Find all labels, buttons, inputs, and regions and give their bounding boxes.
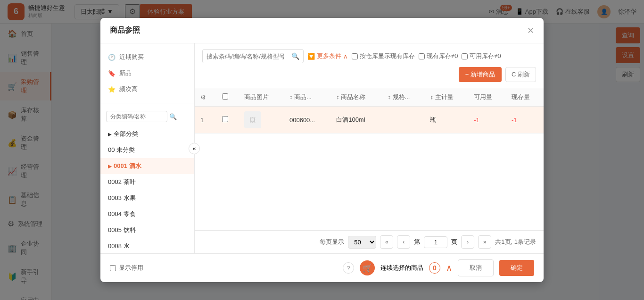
first-page-button[interactable]: « [380,235,393,249]
checkbox-usable[interactable]: 可用库存≠0 [462,52,501,60]
row-unit: 瓶 [424,107,468,133]
new-icon: 🔖 [108,70,116,77]
checkbox-warehouse[interactable]: 按仓库显示现有库存 [352,52,415,60]
row-num: 1 [195,107,216,133]
category-search: 🔍 [100,107,194,126]
filter-icon: 🔽 [307,53,315,60]
modal-header: 商品参照 ✕ [100,18,544,43]
frequent-icon: ⭐ [108,86,116,93]
cancel-button[interactable]: 取消 [458,259,494,276]
table-row[interactable]: 1 🖼 000600... 白酒100ml 瓶 [195,107,544,133]
modal-footer: 显示停用 ? 🛒 连续选择的商品 0 ∧ 取消 确定 [100,253,544,282]
page-size-label: 每页显示 [320,238,344,246]
collapse-arrow[interactable]: ∧ [446,263,452,273]
modal-left-nav: 🕐 近期购买 🔖 新品 ⭐ 频次高 [100,49,194,103]
category-list: ▶ 全部分类 00 未分类 ▶ 0001 酒水 0002 茶叶 0003 水果 [100,126,194,248]
category-uncategorized[interactable]: 00 未分类 [100,142,194,158]
nav-item-frequent[interactable]: ⭐ 频次高 [100,81,194,97]
table-header-row: ⚙ 商品图片 ↕ 商品... ↕ 商品名称 ↕ 规格.. [195,88,544,107]
select-all-checkbox[interactable] [222,93,228,100]
available-checkbox[interactable] [419,53,425,59]
category-all[interactable]: ▶ 全部分类 [100,126,194,142]
col-settings[interactable]: ⚙ [195,88,216,107]
refresh-button[interactable]: C 刷新 [505,67,536,82]
modal-right-panel: 🔍 🔽 更多条件 ∧ 按仓库显示现有库存 现有库存≠0 [195,43,544,253]
modal-toolbar: 🔍 🔽 更多条件 ∧ 按仓库显示现有库存 现有库存≠0 [195,43,544,88]
page-size-select[interactable]: 50 10 20 100 [348,236,376,249]
category-snack[interactable]: 0004 零食 [100,206,194,222]
collapse-button[interactable]: « [189,143,200,154]
cart-count: 0 [429,262,440,274]
row-checkbox[interactable] [216,107,239,133]
page-input[interactable] [424,236,447,248]
usable-checkbox[interactable] [462,53,468,59]
show-disabled-checkbox[interactable]: 显示停用 [110,264,143,272]
row-code: 000600... [284,107,330,133]
warehouse-checkbox[interactable] [352,53,358,59]
search-button[interactable]: 🔍 [288,50,303,63]
col-checkbox [216,88,239,107]
category-search-icon[interactable]: 🔍 [169,113,177,120]
category-liquor[interactable]: ▶ 0001 酒水 [100,158,194,174]
page-info: 共1页, 1条记录 [495,238,536,246]
product-thumbnail: 🖼 [244,111,261,128]
search-box: 🔍 [202,49,304,63]
row-spec [382,107,424,133]
col-image: 商品图片 [239,88,284,107]
last-page-button[interactable]: » [478,235,491,249]
nav-item-recent[interactable]: 🕐 近期购买 [100,49,194,65]
cart-icon[interactable]: 🛒 [360,260,375,275]
row-available: -1 [468,107,506,133]
prev-page-button[interactable]: ‹ [397,235,410,249]
disabled-checkbox[interactable] [110,265,116,271]
modal: 商品参照 ✕ 🕐 近期购买 🔖 新品 ⭐ 频次高 [100,18,544,282]
page-suffix: 页 [451,238,457,246]
col-name[interactable]: ↕ 商品名称 [330,88,382,107]
product-table: ⚙ 商品图片 ↕ 商品... ↕ 商品名称 ↕ 规格.. [195,88,544,230]
col-unit[interactable]: ↕ 主计量 [424,88,468,107]
modal-body: 🕐 近期购买 🔖 新品 ⭐ 频次高 « 🔍 [100,43,544,253]
cart-symbol: 🛒 [363,264,372,273]
category-tea[interactable]: 0002 茶叶 [100,174,194,190]
category-fruit[interactable]: 0003 水果 [100,190,194,206]
confirm-button[interactable]: 确定 [499,260,534,276]
footer-right: ? 🛒 连续选择的商品 0 ∧ 取消 确定 [343,259,534,276]
col-available: 可用量 [468,88,506,107]
modal-left-panel: 🕐 近期购买 🔖 新品 ⭐ 频次高 « 🔍 [100,43,195,253]
col-stock: 现存量 [506,88,544,107]
modal-overlay: 商品参照 ✕ 🕐 近期购买 🔖 新品 ⭐ 频次高 [0,0,644,300]
row-image: 🖼 [239,107,284,133]
next-page-button[interactable]: › [461,235,474,249]
col-spec[interactable]: ↕ 规格... [382,88,424,107]
filter-button[interactable]: 🔽 更多条件 ∧ [307,52,348,60]
category-water[interactable]: 0008 水 [100,238,194,248]
close-button[interactable]: ✕ [527,26,534,35]
category-search-input[interactable] [106,111,167,122]
cart-label: 连续选择的商品 [380,264,423,272]
pagination: 每页显示 50 10 20 100 « ‹ 第 页 › » 共1页, 1条记录 [195,230,544,253]
modal-title: 商品参照 [110,25,140,35]
search-input[interactable] [203,50,288,63]
help-icon[interactable]: ? [343,262,354,274]
col-code[interactable]: ↕ 商品... [284,88,330,107]
recent-icon: 🕐 [108,54,116,61]
row-name: 白酒100ml [330,107,382,133]
add-product-button[interactable]: + 新增商品 [459,67,502,82]
nav-item-new[interactable]: 🔖 新品 [100,65,194,81]
row-stock: -1 [506,107,544,133]
category-drink[interactable]: 0005 饮料 [100,222,194,238]
expand-icon: ▶ [108,132,112,137]
expand-icon: ▶ [108,164,112,169]
page-label: 第 [414,238,420,246]
checkbox-available[interactable]: 现有库存≠0 [419,52,458,60]
